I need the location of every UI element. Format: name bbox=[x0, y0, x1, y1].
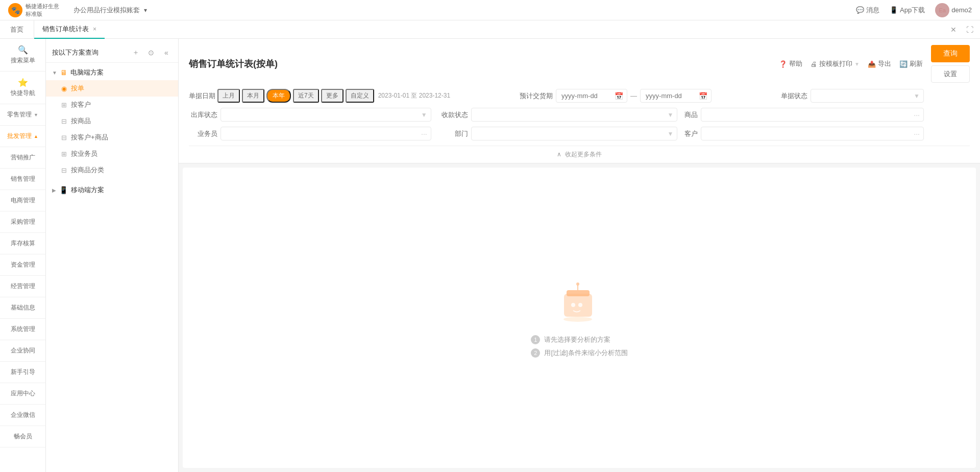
calendar-to-icon: 📅 bbox=[699, 92, 707, 100]
sidebar-item-enterprise[interactable]: 企业协同 bbox=[0, 340, 45, 362]
sidebar-item-finance[interactable]: 资金管理 bbox=[0, 254, 45, 276]
top-bar-left: 🐾 畅捷通好生意 标准版 办公用品行业模拟账套 ▾ bbox=[8, 3, 147, 17]
filter-row-2: 出库状态 ▼ 收款状态 bbox=[189, 108, 924, 122]
window-close-btn[interactable]: ✕ bbox=[947, 23, 960, 36]
scheme-group-pc-header[interactable]: ▼ 🖥 电脑端方案 bbox=[46, 65, 178, 80]
status-select-wrapper: ▼ bbox=[811, 89, 924, 103]
settings-btn[interactable]: 设置 bbox=[931, 65, 970, 83]
top-bar-dropdown[interactable]: ▾ bbox=[144, 7, 147, 14]
sidebar-item-ecommerce[interactable]: 电商管理 bbox=[0, 190, 45, 211]
sidebar: 🔍 搜索菜单 ⭐ 快捷导航 零售管理 ▼ 批发管理 ▲ 营销推广 销售管理 电商… bbox=[0, 39, 46, 472]
refresh-btn[interactable]: 🔄 刷新 bbox=[899, 59, 923, 68]
svg-rect-1 bbox=[567, 290, 590, 296]
sidebar-item-quick-nav[interactable]: ⭐ 快捷导航 bbox=[0, 72, 45, 104]
print-btn[interactable]: 🖨 按模板打印 ▼ bbox=[811, 59, 860, 68]
salesman-label: 业务员 bbox=[189, 129, 217, 138]
app-download-btn[interactable]: 📱 App下载 bbox=[890, 6, 925, 15]
sidebar-item-system[interactable]: 系统管理 bbox=[0, 319, 45, 340]
tab-active[interactable]: 销售订单统计表 × bbox=[34, 20, 105, 39]
customer-label: 客户 bbox=[681, 129, 698, 138]
filter-row-1: 单据日期 上月 本月 本年 近7天 更多 自定义 2023-01-01 至 20… bbox=[189, 89, 924, 103]
svg-point-3 bbox=[578, 303, 582, 307]
top-bar: 🐾 畅捷通好生意 标准版 办公用品行业模拟账套 ▾ 💬 消息 📱 App下载 E… bbox=[0, 0, 980, 20]
help-btn[interactable]: ❓ 帮助 bbox=[779, 59, 802, 68]
pc-group-arrow-icon: ▼ bbox=[52, 70, 57, 76]
customer-filter-group: 客户 ··· bbox=[681, 127, 924, 140]
scheme-item-by-order[interactable]: ◉ 按单 bbox=[46, 80, 178, 97]
date-range-display: 2023-01-01 至 2023-12-31 bbox=[378, 91, 450, 100]
status-label: 单据状态 bbox=[781, 91, 807, 101]
customer-dots-icon[interactable]: ··· bbox=[914, 130, 920, 138]
collapse-icon: ∧ bbox=[557, 151, 561, 158]
tab-close-icon[interactable]: × bbox=[93, 26, 96, 33]
sidebar-item-operations[interactable]: 经营管理 bbox=[0, 276, 45, 297]
avatar: Ea bbox=[935, 3, 949, 17]
tab-home[interactable]: 首页 bbox=[0, 20, 34, 39]
export-icon: 📤 bbox=[868, 60, 876, 68]
date-curr-month-btn[interactable]: 本月 bbox=[242, 89, 264, 103]
date-curr-year-btn[interactable]: 本年 bbox=[266, 89, 291, 103]
product-input[interactable] bbox=[701, 108, 924, 122]
empty-steps: 1 请先选择要分析的方案 2 用[过滤]条件来缩小分析范围 bbox=[531, 333, 627, 360]
payment-status-select[interactable] bbox=[471, 108, 678, 122]
print-icon: 🖨 bbox=[811, 60, 817, 68]
sidebar-item-appcenter[interactable]: 应用中心 bbox=[0, 383, 45, 405]
sidebar-item-search-menu[interactable]: 🔍 搜索菜单 bbox=[0, 39, 45, 72]
scheme-item-by-product[interactable]: ⊟ 按商品 bbox=[46, 113, 178, 129]
scheme-item-by-customer[interactable]: ⊞ 按客户 bbox=[46, 97, 178, 113]
department-input-wrapper: ▼ bbox=[471, 127, 678, 140]
right-action-btns: 查询 设置 bbox=[931, 45, 970, 83]
sidebar-item-purchase[interactable]: 采购管理 bbox=[0, 211, 45, 233]
search-btn[interactable]: 查询 bbox=[931, 45, 970, 62]
scheme-item-by-salesman[interactable]: ⊞ 按业务员 bbox=[46, 146, 178, 162]
sidebar-item-inventory[interactable]: 库存核算 bbox=[0, 233, 45, 254]
sidebar-item-corpwechat[interactable]: 企业微信 bbox=[0, 405, 45, 426]
collapse-filter-bar[interactable]: ∧ 收起更多条件 bbox=[189, 146, 970, 163]
department-label: 部门 bbox=[435, 129, 468, 138]
product-dots-icon[interactable]: ··· bbox=[914, 111, 920, 119]
customer-input[interactable] bbox=[701, 127, 924, 140]
export-btn[interactable]: 📤 导出 bbox=[868, 59, 891, 68]
status-select[interactable] bbox=[811, 89, 924, 103]
sidebar-item-basics[interactable]: 基础信息 bbox=[0, 297, 45, 319]
sidebar-item-sales[interactable]: 销售管理 bbox=[0, 169, 45, 190]
empty-illustration bbox=[554, 276, 605, 327]
top-bar-title: 办公用品行业模拟账套 bbox=[74, 6, 140, 15]
payment-status-group: 收款状态 ▼ bbox=[435, 108, 678, 122]
scheme-item-by-customer-product[interactable]: ⊟ 按客户+商品 bbox=[46, 129, 178, 146]
date-more-btn[interactable]: 更多 bbox=[321, 89, 344, 103]
add-scheme-btn[interactable]: ＋ bbox=[130, 47, 141, 58]
sidebar-item-newuser[interactable]: 新手引导 bbox=[0, 362, 45, 383]
date-dash: — bbox=[630, 92, 637, 100]
sidebar-item-wholesale[interactable]: 批发管理 ▲ bbox=[0, 126, 45, 147]
empty-state: 1 请先选择要分析的方案 2 用[过滤]条件来缩小分析范围 bbox=[531, 276, 627, 360]
date-filter-group: 单据日期 上月 本月 本年 近7天 更多 自定义 bbox=[189, 89, 374, 103]
collapse-panel-btn[interactable]: « bbox=[161, 47, 172, 58]
sidebar-item-marketing[interactable]: 营销推广 bbox=[0, 147, 45, 169]
salesman-dots-icon[interactable]: ··· bbox=[421, 130, 427, 138]
tab-bar: 首页 销售订单统计表 × ✕ ⛶ bbox=[0, 20, 980, 39]
window-expand-btn[interactable]: ⛶ bbox=[964, 23, 976, 36]
date-custom-btn[interactable]: 自定义 bbox=[346, 89, 374, 103]
department-select[interactable] bbox=[471, 127, 678, 140]
ship-status-wrapper: ▼ bbox=[220, 108, 431, 122]
scheme-item-by-category[interactable]: ⊟ 按商品分类 bbox=[46, 162, 178, 178]
message-btn[interactable]: 💬 消息 bbox=[856, 6, 879, 15]
expected-date-group: 预计交货期 📅 — 📅 bbox=[520, 89, 712, 103]
salesman-input[interactable] bbox=[220, 127, 431, 140]
wholesale-arrow-icon: ▲ bbox=[34, 134, 38, 139]
page-header-actions: ❓ 帮助 🖨 按模板打印 ▼ 📤 导出 🔄 bbox=[779, 45, 970, 83]
date-last7-btn[interactable]: 近7天 bbox=[293, 89, 319, 103]
scheme-group-mobile-header[interactable]: ▶ 📱 移动端方案 bbox=[46, 182, 178, 198]
user-avatar-area[interactable]: Ea demo2 bbox=[935, 3, 972, 17]
phone-icon: 📱 bbox=[890, 6, 898, 14]
sidebar-item-retail[interactable]: 零售管理 ▼ bbox=[0, 104, 45, 126]
ship-status-select[interactable] bbox=[220, 108, 431, 122]
empty-step-2: 2 用[过滤]条件来缩小分析范围 bbox=[531, 346, 627, 360]
pc-group-icon: 🖥 bbox=[60, 68, 67, 77]
step-num-2: 2 bbox=[531, 348, 540, 358]
settings-scheme-btn[interactable]: ⊙ bbox=[145, 47, 157, 58]
help-icon: ❓ bbox=[779, 60, 787, 68]
date-prev-month-btn[interactable]: 上月 bbox=[217, 89, 240, 103]
sidebar-item-member[interactable]: 畅会员 bbox=[0, 426, 45, 447]
